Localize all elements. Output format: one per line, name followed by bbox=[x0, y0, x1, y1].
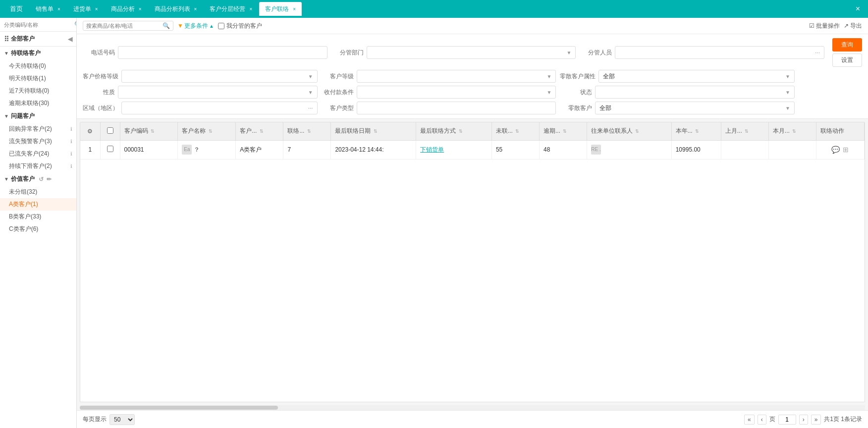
th-last-date: 最后联络日期 ⇅ bbox=[331, 122, 416, 140]
filter-search-icon[interactable]: 🔍 bbox=[163, 22, 170, 29]
input-dept[interactable]: ▼ bbox=[367, 46, 576, 59]
input-price-level[interactable]: ▼ bbox=[121, 70, 318, 83]
nav-home[interactable]: 首页 bbox=[4, 2, 29, 16]
input-customer-type[interactable] bbox=[357, 102, 556, 114]
input-customer-level[interactable]: ▼ bbox=[357, 70, 556, 83]
value-edit-icon[interactable]: ✏ bbox=[47, 176, 52, 183]
sidebar-item-c-class[interactable]: C类客户(6) bbox=[0, 223, 76, 235]
select-all-checkbox[interactable] bbox=[107, 127, 113, 134]
sort-this-month-icon[interactable]: ⇅ bbox=[792, 129, 796, 134]
my-customers-checkbox[interactable] bbox=[218, 23, 224, 29]
sidebar-item-tomorrow[interactable]: 明天待联络(1) bbox=[0, 72, 76, 85]
sidebar-item-a-class[interactable]: A类客户(1) bbox=[0, 198, 76, 211]
sidebar-group-value-title[interactable]: ▼ 价值客户 ↺ ✏ bbox=[0, 172, 76, 186]
td-code: 000031 bbox=[120, 140, 178, 159]
sort-name-icon[interactable]: ⇅ bbox=[209, 129, 213, 134]
horizontal-scrollbar[interactable] bbox=[80, 405, 865, 410]
sidebar-group-pending-title[interactable]: ▼ 待联络客户 bbox=[0, 47, 76, 60]
close-tab-customer-contact[interactable]: × bbox=[293, 6, 296, 12]
sidebar-item-lost[interactable]: 已流失客户(24) ℹ bbox=[0, 148, 76, 160]
close-tab-analysis-list[interactable]: × bbox=[194, 6, 197, 12]
input-manager[interactable]: ··· bbox=[615, 46, 824, 59]
input-nature[interactable]: ▼ bbox=[118, 86, 318, 99]
sort-code-icon[interactable]: ⇅ bbox=[151, 129, 155, 134]
sort-last-month-icon[interactable]: ⇅ bbox=[745, 129, 749, 134]
my-customers-checkbox-wrap[interactable]: 我分管的客户 bbox=[218, 22, 262, 30]
sidebar-collapse-btn[interactable]: ◀ bbox=[68, 36, 72, 43]
scatter-attr-dropdown-icon: ▼ bbox=[785, 74, 790, 79]
sidebar-item-repurchase-abnormal[interactable]: 回购异常客户(2) ℹ bbox=[0, 123, 76, 135]
sort-contacts-icon[interactable]: ⇅ bbox=[635, 129, 639, 134]
close-tab-sales[interactable]: × bbox=[57, 6, 60, 12]
sidebar-item-declining[interactable]: 持续下滑客户(2) ℹ bbox=[0, 160, 76, 172]
sidebar-item-b-class[interactable]: B类客户(33) bbox=[0, 211, 76, 223]
page-size-select[interactable]: 50 100 200 bbox=[109, 414, 135, 425]
td-contact-count: 7 bbox=[283, 140, 331, 159]
sort-overdue-icon[interactable]: ⇅ bbox=[563, 129, 567, 134]
sidebar-search-input[interactable] bbox=[4, 22, 72, 28]
sort-level-icon[interactable]: ⇅ bbox=[260, 129, 264, 134]
adv-row-3: 性质 ▼ 收付款条件 ▼ 状态 ▼ bbox=[83, 86, 862, 99]
status-dropdown-icon: ▼ bbox=[785, 90, 790, 95]
input-phone[interactable] bbox=[118, 46, 327, 59]
label-region: 区域（地区） bbox=[83, 104, 118, 112]
close-tab-customer-mgmt[interactable]: × bbox=[249, 6, 252, 12]
sort-no-contact-icon[interactable]: ⇅ bbox=[515, 129, 519, 134]
input-scatter-attr[interactable]: 全部 ▼ bbox=[598, 70, 795, 83]
th-code: 客户编码 ⇅ bbox=[120, 122, 178, 140]
close-tab-analysis[interactable]: × bbox=[139, 6, 142, 12]
input-region[interactable]: ··· bbox=[121, 102, 318, 114]
sidebar-all-customers[interactable]: ⠿ 全部客户 ◀ bbox=[0, 32, 76, 47]
label-scatter: 零散客户 bbox=[560, 104, 592, 112]
nav-tab-analysis[interactable]: 商品分析 × bbox=[105, 2, 148, 16]
next-page-btn[interactable]: › bbox=[799, 415, 808, 425]
row-checkbox[interactable] bbox=[107, 146, 113, 152]
page-number-input[interactable] bbox=[778, 415, 796, 425]
sidebar-item-ungrouped[interactable]: 未分组(32) bbox=[0, 186, 76, 198]
last-page-btn[interactable]: » bbox=[811, 415, 821, 425]
sidebar-item-overdue-contact[interactable]: 逾期未联络(30) bbox=[0, 97, 76, 109]
nav-tab-sales[interactable]: 销售单 × bbox=[30, 2, 66, 16]
batch-op-btn[interactable]: ☑ 批量操作 bbox=[809, 22, 840, 30]
sidebar-item-today[interactable]: 今天待联络(0) bbox=[0, 60, 76, 72]
td-level: A类客户 bbox=[236, 140, 283, 159]
region-dots-icon[interactable]: ··· bbox=[308, 105, 313, 111]
sidebar-item-7days[interactable]: 近7天待联络(0) bbox=[0, 85, 76, 97]
info-icon-lost: ℹ bbox=[70, 151, 72, 157]
scrollbar-thumb[interactable] bbox=[80, 406, 278, 410]
nav-tab-analysis-list[interactable]: 商品分析列表 × bbox=[149, 2, 203, 16]
sort-contact-count-icon[interactable]: ⇅ bbox=[307, 129, 311, 134]
set-button[interactable]: 设置 bbox=[832, 54, 862, 67]
sidebar-group-problem-title[interactable]: ▼ 问题客户 bbox=[0, 109, 76, 123]
field-nature: 性质 ▼ bbox=[83, 86, 318, 99]
export-btn[interactable]: ↗ 导出 bbox=[844, 22, 862, 30]
nav-tab-purchase[interactable]: 进货单 × bbox=[67, 2, 104, 16]
sort-this-year-icon[interactable]: ⇅ bbox=[695, 129, 699, 134]
sidebar-group-problem: ▼ 问题客户 回购异常客户(2) ℹ 流失预警客户(3) ℹ 已流失客户(24)… bbox=[0, 109, 76, 172]
close-tab-purchase[interactable]: × bbox=[95, 6, 98, 12]
label-price-level: 客户价格等级 bbox=[83, 72, 118, 81]
th-last-type: 最后联络方式 ⇅ bbox=[416, 122, 492, 140]
prev-page-btn[interactable]: ‹ bbox=[758, 415, 766, 425]
sort-last-date-icon[interactable]: ⇅ bbox=[374, 129, 378, 134]
nav-tab-customer-contact[interactable]: 客户联络 × bbox=[259, 2, 302, 16]
value-refresh-icon[interactable]: ↺ bbox=[39, 176, 44, 183]
action-chat-icon[interactable]: 💬 bbox=[831, 146, 840, 154]
td-last-type[interactable]: 下销货单 bbox=[416, 140, 492, 159]
td-contacts: RE . bbox=[587, 140, 672, 159]
filter-more-btn[interactable]: ▼ 更多条件 ▲ bbox=[177, 22, 214, 30]
sort-last-type-icon[interactable]: ⇅ bbox=[459, 129, 463, 134]
filter-search-input[interactable] bbox=[86, 23, 161, 29]
nav-tab-customer-mgmt[interactable]: 客户分层经营 × bbox=[204, 2, 258, 16]
query-button[interactable]: 查询 bbox=[832, 38, 862, 52]
input-scatter[interactable]: 全部 ▼ bbox=[595, 102, 795, 114]
action-qr-icon[interactable]: ⊞ bbox=[843, 146, 849, 154]
sidebar-item-churn-warning[interactable]: 流失预警客户(3) ℹ bbox=[0, 135, 76, 148]
close-all-tabs[interactable]: × bbox=[852, 4, 864, 13]
input-status[interactable]: ▼ bbox=[595, 86, 795, 99]
th-no-contact: 未联... ⇅ bbox=[491, 122, 539, 140]
settings-gear-icon[interactable]: ⚙ bbox=[87, 128, 93, 135]
first-page-btn[interactable]: « bbox=[744, 415, 755, 425]
input-payment[interactable]: ▼ bbox=[357, 86, 556, 99]
manager-dots-icon[interactable]: ··· bbox=[815, 49, 820, 56]
